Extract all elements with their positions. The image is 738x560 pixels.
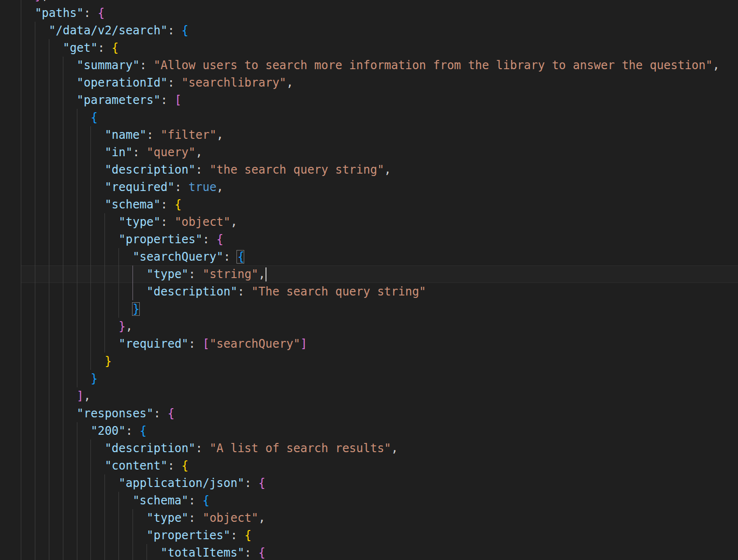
- code-line[interactable]: "responses": {: [21, 405, 738, 422]
- code-line[interactable]: "paths": {: [21, 4, 738, 22]
- indent-guide: [63, 57, 63, 74]
- indent-guide: [35, 509, 35, 527]
- code-text: "application/json": {: [118, 474, 265, 492]
- indent-guide: [104, 318, 105, 335]
- indent-guide: [147, 544, 147, 560]
- code-text: "get": {: [63, 39, 119, 57]
- code-token: "schema": [133, 494, 189, 507]
- indent-guide: [63, 440, 63, 457]
- indent-guide: [49, 492, 49, 509]
- code-token: :: [223, 250, 237, 264]
- code-line[interactable]: }: [21, 300, 738, 318]
- indent-guide: [63, 196, 63, 213]
- code-token: "string": [203, 267, 259, 281]
- code-text: "type": "object",: [147, 509, 266, 527]
- indent-guide: [90, 544, 91, 560]
- code-line[interactable]: }: [21, 370, 738, 387]
- indent-guide: [77, 440, 77, 457]
- indent-guide: [21, 126, 21, 144]
- code-line[interactable]: "totalItems": {: [21, 544, 738, 560]
- code-line[interactable]: },: [21, 318, 738, 335]
- code-line[interactable]: "properties": {: [21, 231, 738, 248]
- code-line[interactable]: "get": {: [21, 39, 738, 57]
- code-line[interactable]: "type": "object",: [21, 509, 738, 527]
- indent-guide: [90, 196, 91, 213]
- bracket-match-highlight: [132, 302, 140, 316]
- code-token: ,: [384, 163, 391, 177]
- indent-guide: [49, 457, 49, 474]
- indent-guide: [35, 492, 35, 509]
- code-line[interactable]: ],: [21, 387, 738, 405]
- indent-guide: [77, 527, 77, 544]
- indent-guide: [90, 527, 91, 544]
- code-line[interactable]: "description": "the search query string"…: [21, 161, 738, 178]
- indent-guide: [21, 422, 21, 440]
- code-line[interactable]: "content": {: [21, 457, 738, 474]
- indent-guide: [77, 318, 77, 335]
- indent-guide: [63, 178, 63, 196]
- code-line[interactable]: "type": "string",: [21, 265, 738, 283]
- indent-guide: [35, 370, 35, 387]
- code-token: "object": [203, 511, 259, 525]
- indent-guide: [21, 74, 21, 91]
- indent-guide: [77, 422, 77, 440]
- code-token: :: [126, 424, 140, 438]
- code-token: "/data/v2/search": [49, 24, 168, 37]
- code-token: {: [181, 459, 188, 472]
- indent-guide: [21, 265, 21, 283]
- indent-guide: [21, 370, 21, 387]
- indent-guide: [49, 265, 49, 283]
- code-line[interactable]: "required": ["searchQuery"]: [21, 335, 738, 353]
- code-area[interactable]: },"paths": {"/data/v2/search": {"get": {…: [21, 0, 738, 560]
- indent-guide: [63, 405, 63, 422]
- code-line[interactable]: "type": "object",: [21, 213, 738, 231]
- code-line[interactable]: "schema": {: [21, 196, 738, 213]
- indent-guide: [49, 370, 49, 387]
- code-line[interactable]: "required": true,: [21, 178, 738, 196]
- indent-guide: [90, 126, 91, 144]
- code-line[interactable]: {: [21, 109, 738, 126]
- code-line[interactable]: },: [21, 0, 738, 4]
- code-line[interactable]: "operationId": "searchlibrary",: [21, 74, 738, 91]
- code-editor[interactable]: },"paths": {"/data/v2/search": {"get": {…: [0, 0, 738, 560]
- indent-guide: [104, 492, 105, 509]
- indent-guide: [63, 474, 63, 492]
- code-token: ,: [126, 320, 133, 333]
- code-token: ,: [217, 128, 223, 142]
- code-line[interactable]: "application/json": {: [21, 474, 738, 492]
- indent-guide: [21, 440, 21, 457]
- code-text: "searchQuery": {: [133, 248, 244, 265]
- code-line[interactable]: "schema": {: [21, 492, 738, 509]
- indent-guide: [49, 509, 49, 527]
- code-line[interactable]: "in": "query",: [21, 144, 738, 161]
- code-text: "content": {: [104, 457, 188, 474]
- indent-guide: [90, 248, 91, 265]
- code-line[interactable]: "description": "The search query string": [21, 283, 738, 300]
- code-token: }: [118, 320, 125, 333]
- indent-guide: [49, 544, 49, 560]
- code-token: ,: [258, 267, 265, 281]
- indent-guide: [49, 318, 49, 335]
- code-line[interactable]: "properties": {: [21, 527, 738, 544]
- indent-guide: [35, 57, 35, 74]
- code-line[interactable]: "name": "filter",: [21, 126, 738, 144]
- indent-guide: [77, 144, 77, 161]
- indent-guide: [77, 509, 77, 527]
- indent-guide: [35, 144, 35, 161]
- indent-guide: [90, 178, 91, 196]
- code-line[interactable]: "parameters": [: [21, 91, 738, 109]
- code-line[interactable]: "200": {: [21, 422, 738, 440]
- code-text: "properties": {: [118, 231, 223, 248]
- code-line[interactable]: "searchQuery": {: [21, 248, 738, 265]
- code-token: "type": [147, 511, 189, 525]
- code-token: "summary": [77, 59, 140, 72]
- code-token: ,: [42, 0, 48, 2]
- code-line[interactable]: "description": "A list of search results…: [21, 440, 738, 457]
- code-line[interactable]: "summary": "Allow users to search more i…: [21, 57, 738, 74]
- code-token: "properties": [118, 233, 202, 246]
- code-line[interactable]: }: [21, 353, 738, 370]
- code-token: "searchQuery": [133, 250, 223, 264]
- code-token: :: [189, 494, 203, 507]
- indent-guide: [21, 283, 21, 300]
- code-line[interactable]: "/data/v2/search": {: [21, 22, 738, 39]
